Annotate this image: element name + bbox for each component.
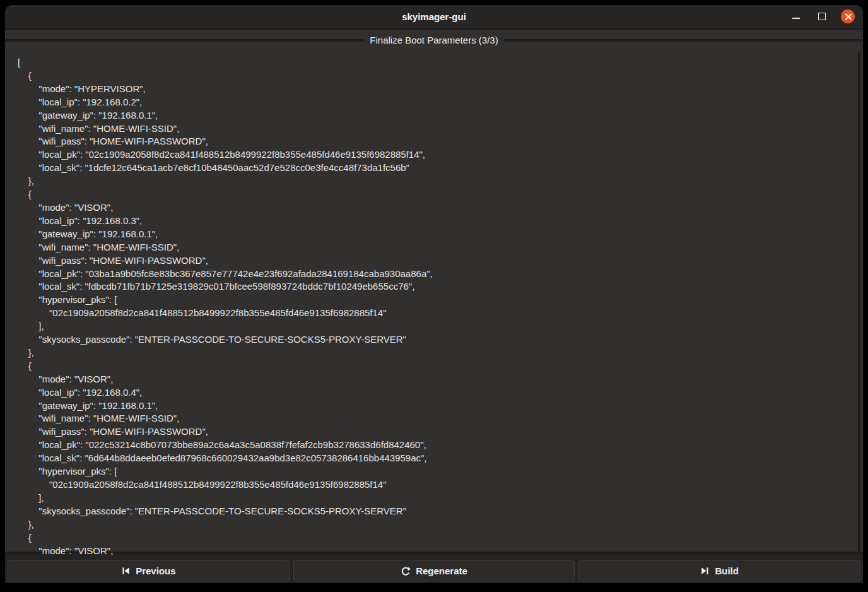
close-icon (845, 13, 852, 20)
button-row: Previous Regenerate Build (8, 560, 860, 581)
previous-button-label: Previous (136, 565, 175, 576)
json-editor-content[interactable]: [ { "mode": "HYPERVISOR", "local_ip": "1… (18, 56, 855, 557)
regenerate-button[interactable]: Regenerate (293, 560, 575, 581)
regenerate-button-label: Regenerate (416, 565, 467, 576)
maximize-button[interactable] (815, 9, 829, 23)
window-controls (789, 5, 855, 28)
titlebar: skyimager-gui (5, 5, 863, 28)
maximize-icon (818, 13, 826, 20)
window-title: skyimager-gui (402, 11, 466, 22)
step-header: Finalize Boot Parameters (3/3) (5, 30, 863, 50)
build-button[interactable]: Build (578, 560, 860, 581)
refresh-icon (401, 566, 411, 576)
json-editor[interactable]: [ { "mode": "HYPERVISOR", "local_ip": "1… (18, 56, 855, 559)
app-window: skyimager-gui Finalize Boot Parameters (… (5, 5, 863, 583)
page-title: Finalize Boot Parameters (3/3) (364, 35, 503, 45)
build-button-label: Build (715, 565, 739, 576)
skip-forward-icon (700, 566, 710, 576)
scrollbar[interactable] (858, 52, 860, 552)
close-button[interactable] (841, 9, 855, 23)
minimize-icon (792, 18, 800, 19)
minimize-button[interactable] (789, 9, 803, 23)
skip-back-icon (121, 566, 131, 576)
previous-button[interactable]: Previous (8, 560, 290, 581)
